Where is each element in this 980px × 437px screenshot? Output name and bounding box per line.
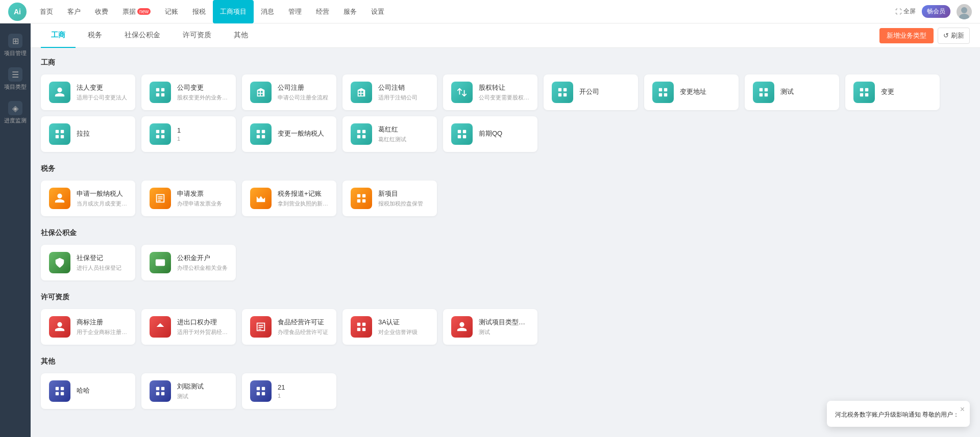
svg-rect-54: [61, 392, 64, 395]
card-desc: 申请公司注册全流程: [278, 94, 328, 101]
card-icon: [451, 123, 473, 145]
card-info: 前期QQ: [479, 129, 529, 140]
tab-社保公积金[interactable]: 社保公积金: [114, 23, 170, 48]
card-info: 食品经营许可证 办理食品经营许可证: [278, 318, 328, 336]
card-desc: 进行人员社保登记: [77, 264, 127, 272]
sidebar-item-项目管理[interactable]: ⊞项目管理: [0, 29, 31, 62]
nav-item-消息[interactable]: 消息: [254, 0, 281, 23]
card-gongshang-10[interactable]: 1 1: [141, 116, 236, 152]
card-gongshang-6[interactable]: 变更地址: [644, 74, 739, 110]
sidebar-item-项目类型[interactable]: ☰项目类型: [0, 62, 31, 96]
card-info: 刘聪测试 测试: [177, 382, 228, 400]
card-shebao-0[interactable]: 社保登记 进行人员社保登记: [41, 245, 135, 280]
svg-rect-4: [156, 93, 159, 96]
card-gongshang-7[interactable]: 测试: [745, 74, 839, 110]
svg-rect-3: [161, 88, 164, 91]
svg-rect-7: [564, 88, 567, 91]
card-zizhi-1[interactable]: 进出口权办理 适用于对外贸易经营者: [141, 309, 236, 345]
card-info: 法人变更 适用于公司变更法人: [77, 83, 127, 101]
notification-close[interactable]: ×: [960, 405, 965, 414]
nav-item-记账[interactable]: 记账: [158, 0, 185, 23]
svg-rect-28: [156, 135, 159, 138]
card-other-1[interactable]: 刘聪测试 测试: [141, 373, 236, 409]
svg-rect-27: [161, 130, 164, 133]
card-shuiwu-2[interactable]: 税务报道+记账 拿到营业执照的新公司: [242, 181, 336, 216]
nav-item-设置[interactable]: 设置: [364, 0, 391, 23]
card-gongshang-8[interactable]: 变更: [845, 74, 940, 110]
svg-rect-10: [659, 88, 662, 91]
card-gongshang-2[interactable]: 公司注册 申请公司注册全流程: [242, 74, 336, 110]
card-title: 测试项目类型自定义: [479, 318, 529, 327]
avatar[interactable]: [957, 4, 972, 19]
notification-popup: × 河北税务数字账户升级影响通知 尊敬的用户：: [827, 401, 970, 427]
card-gongshang-11[interactable]: 变更一般纳税人: [242, 116, 336, 152]
card-gongshang-3[interactable]: 公司注销 适用于注销公司: [342, 74, 437, 110]
card-icon: [753, 82, 774, 103]
main-content: 工商税务社保公积金许可资质其他 新增业务类型 ↺ 刷新 工商 法人变更 适用于公…: [31, 23, 980, 431]
nav-item-收费[interactable]: 收费: [88, 0, 115, 23]
card-zizhi-3[interactable]: 3A认证 对企业信誉评级: [342, 309, 437, 345]
nav-item-报税[interactable]: 报税: [185, 0, 213, 23]
nav-item-经营[interactable]: 经营: [309, 0, 336, 23]
nav-item-管理[interactable]: 管理: [281, 0, 309, 23]
shuiwu-cards: 申请一般纳税人 当月或次月成变更完成 申请发票 办理申请发票业务 税务报道+记账…: [41, 181, 970, 216]
nav-item-客户[interactable]: 客户: [60, 0, 88, 23]
vip-button[interactable]: 畅会员: [922, 5, 950, 18]
card-info: 税务报道+记账 拿到营业执照的新公司: [278, 189, 328, 208]
svg-rect-58: [161, 392, 164, 395]
card-zizhi-0[interactable]: 商标注册 用于企业商标注册服务: [41, 309, 135, 345]
svg-rect-12: [659, 93, 662, 96]
card-title: 申请一般纳税人: [77, 189, 127, 198]
nav-item-票据[interactable]: 票据new: [115, 0, 158, 23]
card-title: 哈哈: [77, 386, 127, 395]
card-desc: 葛红红测试: [378, 136, 429, 143]
card-zizhi-2[interactable]: 食品经营许可证 办理食品经营许可证: [242, 309, 336, 345]
refresh-button[interactable]: ↺ 刷新: [938, 28, 970, 44]
card-icon: [49, 123, 70, 145]
card-desc: 当月或次月成变更完成: [77, 200, 127, 208]
sidebar: ⊞项目管理☰项目类型◈进度监测: [0, 23, 31, 431]
svg-rect-20: [860, 93, 863, 96]
sidebar-item-进度监测[interactable]: ◈进度监测: [0, 96, 31, 130]
card-icon: [49, 252, 70, 273]
tab-税务[interactable]: 税务: [78, 23, 112, 48]
nav-item-工商项目[interactable]: 工商项目: [213, 0, 254, 23]
card-title: 刘聪测试: [177, 382, 228, 391]
card-gongshang-0[interactable]: 法人变更 适用于公司变更法人: [41, 74, 135, 110]
card-other-2[interactable]: 21 1: [242, 373, 336, 409]
card-gongshang-4[interactable]: 股权转让 公司变更需要股权转让: [443, 74, 537, 110]
svg-rect-6: [558, 88, 561, 91]
fullscreen-btn[interactable]: ⛶ 全屏: [895, 7, 916, 16]
card-gongshang-1[interactable]: 公司变更 股权变更外的业务变更: [141, 74, 236, 110]
svg-rect-44: [357, 199, 360, 202]
nav-item-服务[interactable]: 服务: [336, 0, 364, 23]
card-gongshang-13[interactable]: 前期QQ: [443, 116, 537, 152]
nav-item-首页[interactable]: 首页: [33, 0, 60, 23]
svg-rect-30: [257, 130, 260, 133]
tab-其他[interactable]: 其他: [224, 23, 258, 48]
card-gongshang-5[interactable]: 开公司: [544, 74, 638, 110]
svg-rect-60: [262, 387, 265, 390]
new-type-button[interactable]: 新增业务类型: [879, 28, 934, 43]
card-icon: [250, 82, 272, 103]
svg-rect-48: [362, 323, 365, 326]
content-area: 工商 法人变更 适用于公司变更法人 公司变更 股权变更外的业务变更 公司注册: [31, 48, 980, 431]
card-gongshang-12[interactable]: 葛红红 葛红红测试: [342, 116, 437, 152]
card-shuiwu-0[interactable]: 申请一般纳税人 当月或次月成变更完成: [41, 181, 135, 216]
svg-rect-18: [860, 88, 863, 91]
card-desc: 1: [177, 136, 228, 142]
card-shuiwu-1[interactable]: 申请发票 办理申请发票业务: [141, 181, 236, 216]
card-other-0[interactable]: 哈哈: [41, 373, 135, 409]
card-icon: [351, 316, 372, 338]
card-zizhi-4[interactable]: 测试项目类型自定义 测试: [443, 309, 537, 345]
card-gongshang-9[interactable]: 拉拉: [41, 116, 135, 152]
svg-rect-51: [56, 387, 59, 390]
card-shuiwu-3[interactable]: 新项目 报税加税控盘保管: [342, 181, 437, 216]
tab-许可资质[interactable]: 许可资质: [173, 23, 222, 48]
notification-text: 河北税务数字账户升级影响通知 尊敬的用户：: [835, 410, 962, 420]
card-title: 变更一般纳税人: [278, 129, 328, 138]
card-shebao-1[interactable]: 公积金开户 办理公积金相关业务: [141, 245, 236, 280]
svg-rect-17: [765, 93, 768, 96]
card-title: 3A认证: [378, 318, 429, 327]
tab-工商[interactable]: 工商: [41, 23, 76, 48]
